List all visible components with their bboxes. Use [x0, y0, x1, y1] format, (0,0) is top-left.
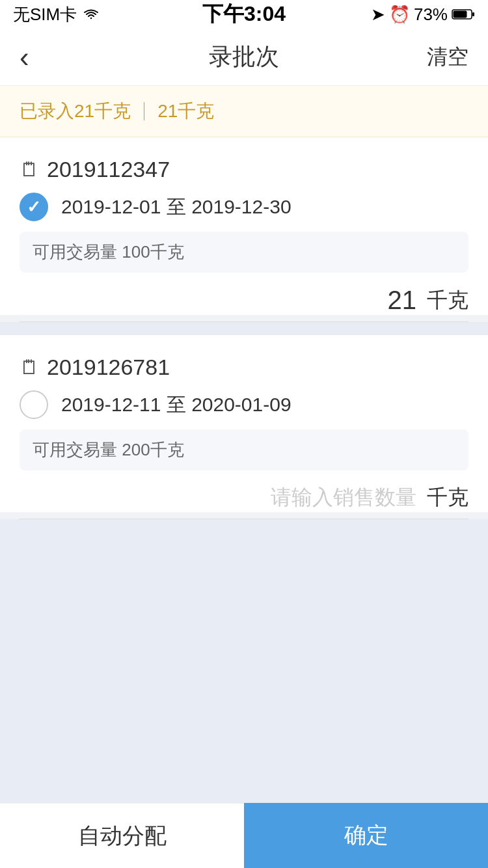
status-bar: 无SIM卡 下午3:04 ➤ ⏰ 73% — [0, 0, 488, 29]
svg-rect-1 — [472, 12, 474, 16]
main-content: 已录入21千克 21千克 🗒 2019112347 2019-12-01 至 2… — [0, 86, 488, 868]
batch1-id: 2019112347 — [47, 157, 170, 182]
batch2-avail-row: 可用交易量 200千克 — [20, 429, 468, 470]
clear-button[interactable]: 清空 — [427, 43, 468, 72]
batch1-unit: 千克 — [427, 286, 468, 315]
batch1-icon: 🗒 — [20, 159, 39, 181]
status-right: ➤ ⏰ 73% — [371, 5, 475, 25]
status-time: 下午3:04 — [202, 0, 286, 29]
battery-text: 73% — [414, 5, 448, 25]
batch1-quantity: 21 — [286, 286, 416, 315]
info-banner: 已录入21千克 21千克 — [0, 86, 488, 137]
batch1-date-range: 2019-12-01 至 2019-12-30 — [61, 194, 291, 221]
batch2-input-row[interactable]: 请输入销售数量 千克 — [0, 470, 488, 512]
batch2-unit: 千克 — [427, 483, 468, 512]
location-icon: ➤ — [371, 5, 385, 25]
batch1-avail-row: 可用交易量 100千克 — [20, 232, 468, 273]
confirm-button[interactable]: 确定 — [244, 803, 488, 868]
alarm-icon: ⏰ — [389, 5, 410, 25]
batch1-header: 🗒 2019112347 — [20, 157, 468, 182]
batch2-id: 2019126781 — [47, 355, 170, 380]
back-button[interactable]: ‹ — [20, 43, 29, 72]
batch2-input-placeholder: 请输入销售数量 — [20, 483, 416, 512]
batch2-row: 2019-12-11 至 2020-01-09 — [20, 390, 468, 419]
batch2-date-range: 2019-12-11 至 2020-01-09 — [61, 392, 291, 418]
batch1-row: 2019-12-01 至 2019-12-30 — [20, 193, 468, 221]
batch2-card: 🗒 2019126781 2019-12-11 至 2020-01-09 可用交… — [0, 335, 488, 470]
amount-value: 21千克 — [157, 99, 214, 124]
status-left: 无SIM卡 — [13, 3, 100, 26]
batch1-card: 🗒 2019112347 2019-12-01 至 2019-12-30 可用交… — [0, 137, 488, 273]
battery-icon — [452, 8, 475, 20]
info-divider — [144, 102, 144, 120]
page-title: 录批次 — [209, 41, 279, 73]
auto-distribute-button[interactable]: 自动分配 — [0, 803, 244, 868]
carrier-text: 无SIM卡 — [13, 3, 77, 26]
batch1-input-row: 21 千克 — [0, 273, 488, 315]
svg-rect-2 — [454, 11, 467, 18]
separator-1 — [0, 322, 488, 335]
recorded-amount-label: 已录入21千克 — [20, 99, 131, 124]
batch2-icon: 🗒 — [20, 357, 39, 379]
batch2-header: 🗒 2019126781 — [20, 355, 468, 380]
batch2-avail-text: 可用交易量 200千克 — [33, 440, 184, 459]
batch2-radio[interactable] — [20, 390, 48, 419]
batch1-radio[interactable] — [20, 193, 48, 221]
empty-area — [0, 519, 488, 806]
nav-bar: ‹ 录批次 清空 — [0, 29, 488, 86]
wifi-icon — [82, 8, 100, 21]
batch1-avail-text: 可用交易量 100千克 — [33, 242, 184, 262]
bottom-bar: 自动分配 确定 — [0, 803, 488, 868]
